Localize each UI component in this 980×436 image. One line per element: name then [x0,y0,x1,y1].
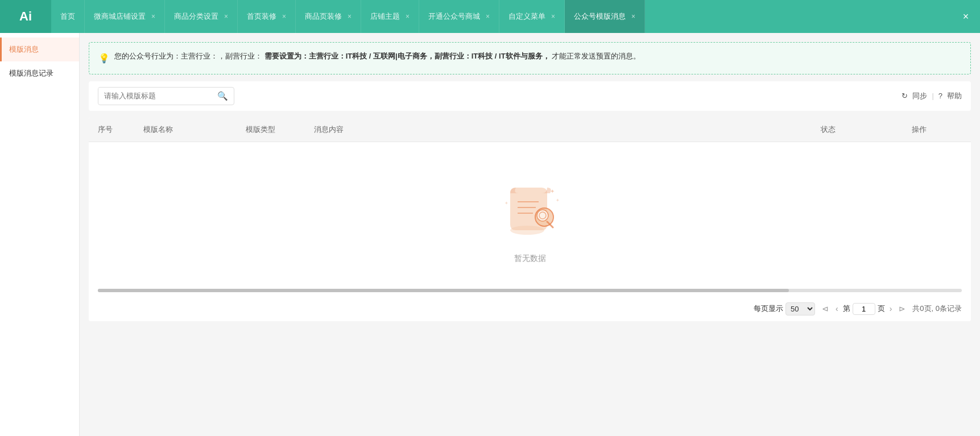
close-tab-icon-5[interactable]: × [406,13,410,20]
nav-tab-0[interactable]: 首页 [51,0,85,33]
empty-text: 暂无数据 [514,254,546,264]
scrollbar-track[interactable] [98,289,962,292]
nav-tab-8[interactable]: 公众号模版消息× [565,0,645,33]
nav-tab-2[interactable]: 商品分类设置× [165,0,238,33]
close-all-button[interactable]: × [952,11,980,23]
banner-highlight: 需要设置为：主营行业：IT科技 / 互联网|电子商务，副营行业：IT科技 / I… [264,52,550,60]
banner-suffix: 才能正常发送预置的消息。 [552,52,640,60]
logo: Ai [0,0,51,33]
page-label-pre: 第 [843,304,850,314]
close-tab-icon-6[interactable]: × [486,13,490,20]
sidebar-item-0[interactable]: 模版消息 [0,38,79,61]
empty-illustration: ✦ ✦ ✦ [496,176,564,244]
help-icon[interactable]: ? [938,92,942,100]
svg-text:✦: ✦ [505,201,508,206]
bulb-icon: 💡 [98,51,110,66]
table: 序号模版名称模版类型消息内容状态操作 [89,118,971,321]
svg-text:✦: ✦ [556,198,560,203]
svg-point-5 [537,210,548,221]
page-size-dropdown[interactable]: 50 20 100 [785,302,815,315]
pagination-row: 每页显示 50 20 100 ⊲ ‹ 第 页 › ⊳ 共0页, 0条记录 [89,297,971,321]
main-layout: 模版消息模版消息记录 💡 您的公众号行业为：主营行业：，副营行业： 需要设置为：… [0,33,980,436]
sync-label[interactable]: 同步 [912,91,927,101]
banner-prefix: 您的公众号行业为：主营行业：，副营行业： [114,52,262,60]
page-label-post: 页 [878,304,885,314]
table-header-col-2: 模版类型 [237,118,305,142]
empty-state: ✦ ✦ ✦ 暂无数据 [89,142,971,286]
help-label[interactable]: 帮助 [947,91,962,101]
search-button[interactable]: 🔍 [212,88,234,105]
page-nav: ⊲ ‹ 第 页 › ⊳ [820,303,908,315]
nav-tab-1[interactable]: 微商城店铺设置× [85,0,165,33]
scrollbar-row [89,286,971,297]
close-tab-icon-2[interactable]: × [224,13,228,20]
top-nav: Ai 首页微商城店铺设置×商品分类设置×首页装修×商品页装修×店铺主题×开通公众… [0,0,980,33]
table-header-col-3: 消息内容 [305,118,812,142]
sync-icon[interactable]: ↻ [902,92,908,100]
next-page-button[interactable]: › [887,303,895,314]
close-tab-icon-3[interactable]: × [282,13,286,20]
nav-tab-7[interactable]: 自定义菜单× [499,0,565,33]
nav-tab-5[interactable]: 店铺主题× [361,0,419,33]
nav-tab-6[interactable]: 开通公众号商城× [419,0,499,33]
table-header: 序号模版名称模版类型消息内容状态操作 [89,118,971,142]
svg-text:✦: ✦ [550,188,555,194]
table-header-col-4: 状态 [812,118,903,142]
prev-page-button[interactable]: ‹ [833,303,841,314]
content-area: 💡 您的公众号行业为：主营行业：，副营行业： 需要设置为：主营行业：IT科技 /… [80,33,980,436]
info-banner: 💡 您的公众号行业为：主营行业：，副营行业： 需要设置为：主营行业：IT科技 /… [89,42,971,74]
page-number-input[interactable] [853,303,875,315]
sidebar: 模版消息模版消息记录 [0,33,80,436]
search-input[interactable] [98,88,212,103]
first-page-button[interactable]: ⊲ [820,303,831,314]
table-header-col-1: 模版名称 [134,118,237,142]
nav-tab-3[interactable]: 首页装修× [238,0,296,33]
close-tab-icon-4[interactable]: × [348,13,352,20]
nav-tab-4[interactable]: 商品页装修× [296,0,361,33]
search-input-wrap[interactable]: 🔍 [98,87,234,105]
divider: | [932,92,933,100]
close-tab-icon-1[interactable]: × [151,13,155,20]
table-header-col-0: 序号 [89,118,134,142]
sidebar-item-1[interactable]: 模版消息记录 [0,61,79,85]
close-tab-icon-8[interactable]: × [631,13,635,20]
scrollbar-thumb[interactable] [98,289,789,292]
page-size-label: 每页显示 [754,304,783,314]
search-bar-row: 🔍 ↻ 同步 | ? 帮助 [89,81,971,111]
total-info: 共0页, 0条记录 [912,304,962,314]
page-size-select: 每页显示 50 20 100 [754,302,815,315]
sync-help-area: ↻ 同步 | ? 帮助 [902,91,962,101]
last-page-button[interactable]: ⊳ [896,303,908,314]
nav-tabs: 首页微商城店铺设置×商品分类设置×首页装修×商品页装修×店铺主题×开通公众号商城… [51,0,952,33]
table-header-col-5: 操作 [903,118,971,142]
close-tab-icon-7[interactable]: × [551,13,555,20]
